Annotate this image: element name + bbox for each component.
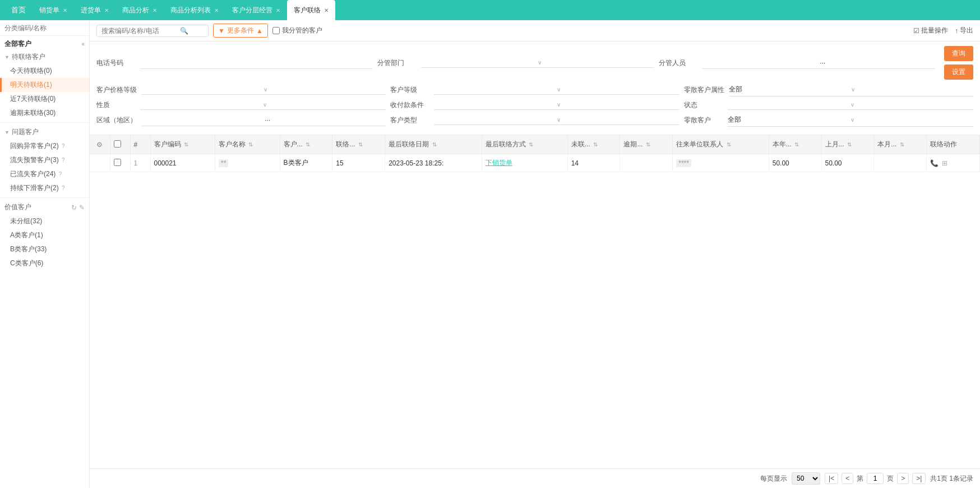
my-customers-checkbox[interactable] — [272, 27, 280, 34]
col-contact-person: 往来单位联系人 ⇅ — [673, 135, 769, 154]
setting-button[interactable]: 设置 — [944, 65, 973, 80]
sort-type-icon[interactable]: ⇅ — [306, 141, 310, 148]
close-customer-segmentation-icon[interactable]: ✕ — [276, 7, 280, 13]
filter-department-select[interactable]: ∨ — [421, 58, 654, 68]
sort-contacts-icon[interactable]: ⇅ — [358, 141, 363, 148]
search-input[interactable] — [101, 27, 180, 35]
filter-price-level: 客户价格等级 ∨ — [96, 85, 386, 95]
next-page-button[interactable]: > — [897, 473, 909, 484]
filter-retail-attr-select[interactable]: 全部 ∨ — [729, 83, 973, 96]
sidebar-item-c-class[interactable]: C类客户(6) — [0, 256, 89, 270]
chevron-down-icon-5: ∨ — [263, 102, 386, 108]
filter-customer-type-select[interactable]: ∨ — [434, 115, 679, 125]
dots-icon-2[interactable]: ··· — [265, 116, 386, 124]
sidebar-item-churned[interactable]: 已流失客户(24) ? — [0, 167, 89, 181]
last-contact-way-link[interactable]: 下销货单 — [486, 159, 512, 167]
filter-status-select[interactable]: ∨ — [728, 100, 973, 110]
nav-customer-segmentation[interactable]: 客户分层经营 ✕ — [225, 0, 287, 20]
sidebar-item-churn-warning[interactable]: 流失预警客户(3) ? — [0, 153, 89, 167]
page-number-input[interactable] — [867, 473, 884, 484]
customer-table: ⚙ # 客户编码 ⇅ 客户名称 ⇅ — [90, 135, 980, 172]
sort-contact-person-icon[interactable]: ⇅ — [727, 141, 731, 148]
filter-phone-input[interactable] — [140, 57, 373, 69]
sort-this-month-icon[interactable]: ⇅ — [900, 141, 904, 148]
content-area: 🔍 ▼ 更多条件 ▲ 我分管的客户 ☑ 批量操作 ↑ 导出 — [90, 20, 980, 488]
export-button[interactable]: ↑ 导出 — [955, 26, 973, 35]
sidebar-item-7day-contact[interactable]: 近7天待联络(0) — [0, 92, 89, 106]
total-record-count: 共1页 1条记录 — [930, 474, 973, 484]
sort-name-icon[interactable]: ⇅ — [248, 141, 253, 148]
sort-code-icon[interactable]: ⇅ — [184, 141, 188, 148]
per-page-select[interactable]: 50 100 200 — [792, 472, 820, 485]
filter-region-select[interactable]: ··· — [141, 114, 386, 126]
sort-last-date-icon[interactable]: ⇅ — [432, 141, 437, 148]
nav-product-analysis[interactable]: 商品分析 ✕ — [115, 0, 164, 20]
my-customers-checkbox-label[interactable]: 我分管的客户 — [272, 26, 322, 35]
sort-last-way-icon[interactable]: ⇅ — [529, 141, 533, 148]
close-customer-contact-icon[interactable]: ✕ — [324, 7, 329, 13]
filter-nature-select[interactable]: ∨ — [140, 100, 386, 110]
col-settings: ⚙ — [90, 135, 110, 154]
filter-retail-customer-select[interactable]: 全部 ∨ — [728, 113, 973, 127]
more-filter-button[interactable]: ▼ 更多条件 ▲ — [213, 24, 268, 38]
sort-overdue-icon[interactable]: ⇅ — [646, 141, 650, 148]
sidebar-item-tomorrow-contact[interactable]: 明天待联络(1) — [0, 78, 89, 92]
sidebar-item-a-class[interactable]: A类客户(1) — [0, 228, 89, 242]
cell-name: ** — [215, 154, 280, 172]
query-button[interactable]: 查询 — [944, 46, 973, 61]
batch-operation-button[interactable]: ☑ 批量操作 — [913, 26, 948, 35]
sidebar-item-today-contact[interactable]: 今天待联络(0) — [0, 64, 89, 78]
sidebar-all-customers[interactable]: 全部客户 « — [0, 36, 89, 50]
sidebar-item-overdue-contact[interactable]: 逾期未联络(30) — [0, 106, 89, 120]
filter-actions: 查询 设置 — [944, 46, 973, 80]
column-settings-icon[interactable]: ⚙ — [96, 141, 103, 149]
last-page-button[interactable]: >| — [912, 473, 926, 484]
close-purchase-order-icon[interactable]: ✕ — [104, 7, 109, 13]
close-product-analysis-list-icon[interactable]: ✕ — [214, 7, 219, 13]
filter-customer-level-select[interactable]: ∨ — [434, 85, 679, 95]
sidebar-item-declining[interactable]: 持续下滑客户(2) ? — [0, 181, 89, 195]
col-overdue: 逾期... ⇅ — [620, 135, 673, 154]
nav-purchase-order[interactable]: 进货单 ✕ — [74, 0, 115, 20]
chevron-up-icon: ▲ — [256, 27, 263, 35]
search-box: 🔍 — [96, 25, 209, 37]
help-icon-2: ? — [62, 157, 65, 163]
close-sales-order-icon[interactable]: ✕ — [63, 7, 67, 13]
col-action: 联络动作 — [927, 135, 980, 154]
nav-sales-order[interactable]: 销货单 ✕ — [33, 0, 74, 20]
col-this-year: 本年... ⇅ — [769, 135, 821, 154]
filter-status: 状态 ∨ — [684, 100, 973, 110]
select-all-checkbox[interactable] — [114, 140, 121, 148]
nav-home[interactable]: 首页 — [4, 0, 33, 20]
sort-this-year-icon[interactable]: ⇅ — [794, 141, 799, 148]
filter-phone: 电话号码 — [96, 57, 373, 69]
sidebar-item-unclassified[interactable]: 未分组(32) — [0, 214, 89, 228]
toolbar-right: ☑ 批量操作 ↑ 导出 — [913, 26, 973, 35]
sort-last-month-icon[interactable]: ⇅ — [847, 141, 852, 148]
filter-payment-select[interactable]: ∨ — [434, 100, 679, 110]
action-icons: 📞 ⊞ — [930, 159, 976, 167]
top-navigation: 首页 销货单 ✕ 进货单 ✕ 商品分析 ✕ 商品分析列表 ✕ 客户分层经营 ✕ … — [0, 0, 980, 20]
sidebar-item-repurchase-abnormal[interactable]: 回购异常客户(2) ? — [0, 139, 89, 153]
toolbar: 🔍 ▼ 更多条件 ▲ 我分管的客户 ☑ 批量操作 ↑ 导出 — [90, 20, 980, 42]
first-page-button[interactable]: |< — [825, 473, 838, 484]
dots-icon[interactable]: ··· — [820, 59, 935, 67]
grid-action-icon[interactable]: ⊞ — [942, 159, 947, 167]
prev-page-button[interactable]: < — [842, 473, 853, 484]
sidebar-collapse-icon: « — [81, 41, 85, 47]
row-checkbox[interactable] — [114, 159, 121, 166]
filter-manager-select[interactable]: ··· — [702, 57, 935, 69]
filter-nature: 性质 ∨ — [96, 100, 386, 110]
filter-price-level-select[interactable]: ∨ — [141, 85, 386, 95]
nav-product-analysis-list[interactable]: 商品分析列表 ✕ — [164, 0, 225, 20]
phone-action-icon[interactable]: 📞 — [930, 159, 939, 167]
nav-customer-contact[interactable]: 客户联络 ✕ — [287, 0, 335, 20]
edit-icon[interactable]: ✎ — [79, 204, 85, 211]
cell-this-month — [874, 154, 927, 172]
sort-uncontacted-icon[interactable]: ⇅ — [593, 141, 598, 148]
refresh-icon[interactable]: ↻ — [71, 204, 77, 211]
cell-settings — [90, 154, 110, 172]
sidebar-item-b-class[interactable]: B类客户(33) — [0, 242, 89, 256]
close-product-analysis-icon[interactable]: ✕ — [152, 7, 157, 13]
sidebar-search-input[interactable] — [4, 24, 89, 32]
